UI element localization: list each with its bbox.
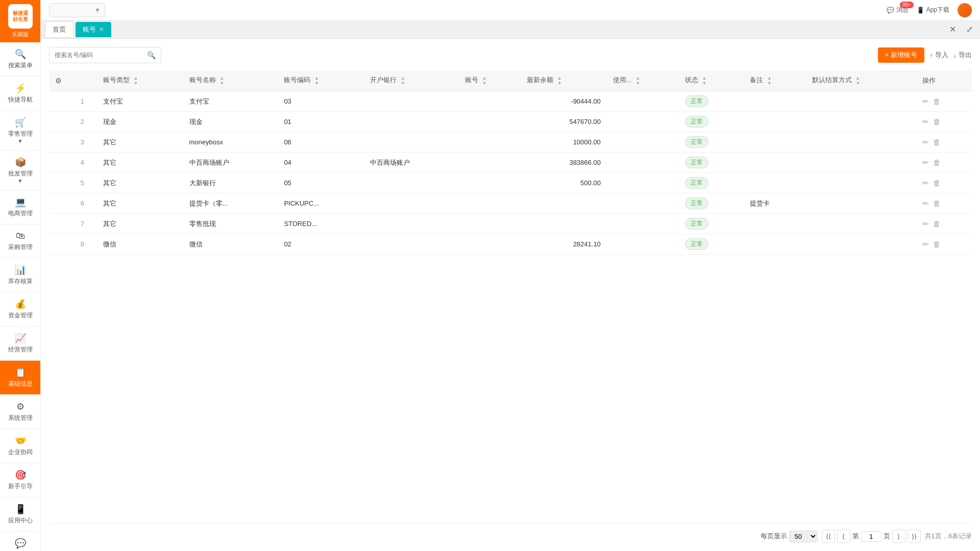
accounts-table: ⚙ 账号类型 ▲▼ 账号名称 ▲▼ 账号编码 ▲▼ 开户银行 ▲▼ 账号 ▲▼ … [49,70,972,255]
message-button[interactable]: 💬 消息 99+ [887,6,909,14]
row-type: 其它 [97,153,183,173]
top-search-input[interactable] [54,7,94,14]
th-balance[interactable]: 最新余额 ▲▼ [521,70,607,91]
row-bank [364,132,459,153]
row-actions: ✏ 🗑 [916,173,972,193]
sidebar-item-finance[interactable]: 💰资金管理 [0,292,40,327]
import-button[interactable]: ↑ 导入 [929,51,948,60]
row-number: 3 [68,132,97,153]
edit-button[interactable]: ✏ [922,138,929,147]
th-remark[interactable]: 备注 ▲▼ [744,70,805,91]
row-actions: ✏ 🗑 [916,153,972,173]
edit-button[interactable]: ✏ [922,97,929,106]
th-default-pay[interactable]: 默认结算方式 ▲▼ [806,70,916,91]
th-status[interactable]: 状态 ▲▼ [679,70,744,91]
tab-bar: 首页 账号 ✕ ✕ ⤢ [41,20,980,39]
sidebar-item-shortcut[interactable]: ⚡快捷导航 [0,77,40,111]
sidebar-item-operation[interactable]: 📈经营管理 [0,327,40,361]
total-info: 共1页，8条记录 [925,532,972,541]
row-type: 其它 [97,193,183,214]
th-code[interactable]: 账号编码 ▲▼ [278,70,364,91]
page-first-button[interactable]: ⟨⟨ [822,530,835,543]
sidebar-item-retail[interactable]: 🛒零售管理▼ [0,111,40,151]
th-name[interactable]: 账号名称 ▲▼ [183,70,278,91]
logo-area: 畅捷通好生意 乐观版 [0,0,40,42]
sidebar-label-operation: 经营管理 [8,345,33,354]
import-label: 导入 [935,51,948,60]
tab-account[interactable]: 账号 ✕ [76,22,111,37]
toolbar-right: + 新增账号 ↑ 导入 ↓ 导出 [878,47,972,63]
edit-button[interactable]: ✏ [922,199,929,208]
edit-button[interactable]: ✏ [922,219,929,229]
guide-icon: 🎯 [15,469,26,481]
table-row: 8 微信 微信 02 28241.10 正常 ✏ 🗑 [49,234,972,255]
add-account-button[interactable]: + 新增账号 [878,47,924,63]
sidebar-item-system[interactable]: ⚙系统管理 [0,395,40,429]
row-code: 06 [278,132,364,153]
sidebar-item-basic[interactable]: 📋基础信息 [0,361,40,395]
page-prev-button[interactable]: ⟨ [837,530,850,543]
dropdown-arrow-icon[interactable]: ▼ [94,7,101,14]
page-last-button[interactable]: ⟩⟩ [908,530,921,543]
th-bank[interactable]: 开户银行 ▲▼ [364,70,459,91]
edit-button[interactable]: ✏ [922,179,929,188]
search-box[interactable]: 🔍 [49,47,161,63]
search-input[interactable] [55,52,147,59]
sidebar-item-wechat[interactable]: 💬企业微信 [0,532,40,551]
sidebar-item-appcenter[interactable]: 📱应用中心 [0,497,40,532]
sidebar-item-enterprise[interactable]: 🤝企业协同 [0,429,40,463]
row-balance: 500.00 [521,173,607,193]
th-type[interactable]: 账号类型 ▲▼ [97,70,183,91]
delete-button[interactable]: 🗑 [933,138,941,146]
row-balance: 10000.00 [521,132,607,153]
top-search-box[interactable]: ▼ [49,3,105,17]
sidebar-item-guide[interactable]: 🎯新手引导 [0,463,40,497]
sidebar-item-ecommerce[interactable]: 💻电商管理 [0,190,40,224]
page-next-button[interactable]: ⟩ [892,530,905,543]
delete-button[interactable]: 🗑 [933,240,941,248]
delete-button[interactable]: 🗑 [933,219,941,228]
sidebar-nav: 🔍搜索菜单⚡快捷导航🛒零售管理▼📦批发管理▼💻电商管理🛍采购管理📊库存核算💰资金… [0,42,40,551]
delete-button[interactable]: 🗑 [933,179,941,187]
logo-text: 畅捷通好生意 [13,10,28,22]
delete-button[interactable]: 🗑 [933,158,941,167]
th-account[interactable]: 账号 ▲▼ [459,70,521,91]
export-button[interactable]: ↓ 导出 [953,51,972,60]
tab-actions: ✕ ⤢ [946,23,976,35]
row-usage [607,234,679,255]
sidebar-item-purchase[interactable]: 🛍采购管理 [0,224,40,258]
row-account [459,153,521,173]
row-balance: 383866.00 [521,153,607,173]
th-usage[interactable]: 使用... ▲▼ [607,70,679,91]
edit-button[interactable]: ✏ [922,117,929,127]
delete-button[interactable]: 🗑 [933,199,941,208]
tab-account-close-icon[interactable]: ✕ [99,26,104,33]
row-status: 正常 [679,132,744,153]
tab-maximize-button[interactable]: ⤢ [963,23,976,35]
edit-button[interactable]: ✏ [922,158,929,167]
row-bank [364,234,459,255]
app-download-button[interactable]: 📱 App下载 [917,6,949,14]
page-number-input[interactable] [861,531,881,542]
row-type: 其它 [97,214,183,234]
row-name: 提货卡（零... [183,193,278,214]
page-size-select[interactable]: 50 100 200 [789,531,818,542]
delete-button[interactable]: 🗑 [933,117,941,126]
sidebar-item-search[interactable]: 🔍搜索菜单 [0,42,40,77]
row-number: 4 [68,153,97,173]
edit-button[interactable]: ✏ [922,240,929,249]
table-row: 3 其它 moneybosx 06 10000.00 正常 ✏ 🗑 [49,132,972,153]
tab-home[interactable]: 首页 [45,21,74,38]
delete-button[interactable]: 🗑 [933,97,941,106]
row-usage [607,153,679,173]
row-remark [744,91,805,112]
user-avatar[interactable] [958,3,972,17]
page-size-label: 每页显示 [761,532,787,541]
row-gear [49,214,68,234]
sidebar-item-wholesale[interactable]: 📦批发管理▼ [0,151,40,190]
row-default-pay [806,153,916,173]
sidebar-item-inventory[interactable]: 📊库存核算 [0,258,40,292]
row-remark: 提货卡 [744,193,805,214]
tab-close-button[interactable]: ✕ [946,23,959,35]
row-usage [607,112,679,132]
